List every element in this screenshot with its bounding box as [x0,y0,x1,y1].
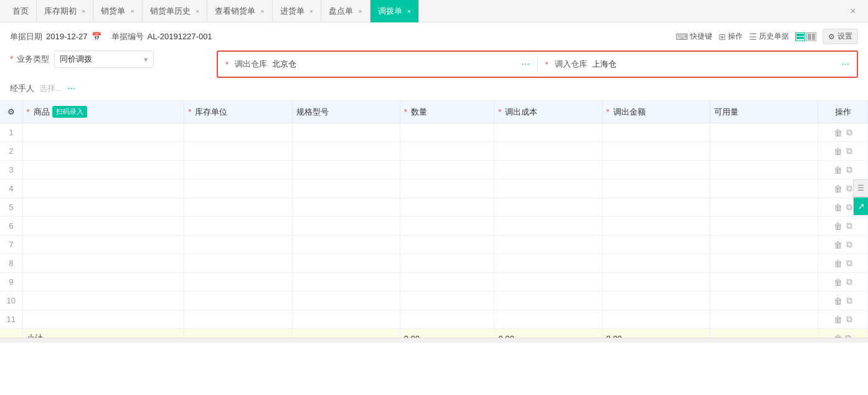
row-available-9[interactable] [710,273,818,292]
row-spec-6[interactable] [292,217,400,236]
row-available-7[interactable] [710,236,818,254]
right-panel-external-button[interactable]: ↗ [853,197,868,216]
row-delete-icon[interactable]: 🗑 [834,184,842,194]
row-qty-1[interactable] [400,123,494,142]
row-product-4[interactable] [22,179,184,198]
tab-purchase-order[interactable]: 进货单 × [273,0,321,22]
tab-inventory-check-close[interactable]: × [358,7,362,15]
operation-button[interactable]: ⊞ 操作 [719,31,743,42]
tab-inventory-init-close[interactable]: × [82,7,85,15]
row-available-3[interactable] [710,161,818,179]
row-copy-icon[interactable]: ⧉ [846,183,852,194]
row-amount-9[interactable] [602,273,710,292]
tab-view-sales[interactable]: 查看销货单 × [207,0,272,22]
row-delete-icon[interactable]: 🗑 [834,277,842,287]
row-delete-icon[interactable]: 🗑 [834,315,842,325]
row-unit-8[interactable] [184,254,292,273]
row-unit-5[interactable] [184,198,292,217]
right-panel-list-button[interactable]: ☰ [853,179,868,197]
row-spec-9[interactable] [292,273,400,292]
row-qty-10[interactable] [400,292,494,310]
scroll-bar[interactable] [0,338,868,343]
row-delete-icon[interactable]: 🗑 [834,296,842,306]
handler-more-button[interactable]: ··· [67,83,75,94]
layout-btn-1[interactable] [795,32,805,41]
tab-inventory-check[interactable]: 盘点单 × [321,0,370,22]
handler-input[interactable]: 选择... [39,83,62,94]
biz-type-dropdown[interactable]: 同价调拨 ▾ [54,50,154,68]
tab-transfer-order-close[interactable]: × [407,7,411,15]
row-qty-7[interactable] [400,236,494,254]
tab-purchase-order-close[interactable]: × [309,7,313,15]
tab-sales-order-close[interactable]: × [130,7,134,15]
row-unit-7[interactable] [184,236,292,254]
row-copy-icon[interactable]: ⧉ [846,202,852,212]
row-qty-11[interactable] [400,310,494,329]
row-product-3[interactable] [22,161,184,179]
row-unit-2[interactable] [184,142,292,161]
row-product-2[interactable] [22,142,184,161]
row-available-1[interactable] [710,123,818,142]
tab-inventory-init[interactable]: 库存期初 × [37,0,93,22]
row-available-4[interactable] [710,179,818,198]
row-amount-3[interactable] [602,161,710,179]
row-product-6[interactable] [22,217,184,236]
row-copy-icon[interactable]: ⧉ [846,314,852,325]
row-product-5[interactable] [22,198,184,217]
row-available-6[interactable] [710,217,818,236]
shortcut-button[interactable]: ⌨ 快捷键 [676,31,712,42]
row-spec-2[interactable] [292,142,400,161]
row-amount-8[interactable] [602,254,710,273]
row-product-1[interactable] [22,123,184,142]
row-unit-10[interactable] [184,292,292,310]
row-qty-5[interactable] [400,198,494,217]
row-amount-4[interactable] [602,179,710,198]
row-unit-3[interactable] [184,161,292,179]
footer-delete-icon[interactable]: 🗑 [834,333,842,338]
row-copy-icon[interactable]: ⧉ [846,127,852,138]
window-close-button[interactable]: × [843,1,863,21]
row-copy-icon[interactable]: ⧉ [846,221,852,231]
row-cost-8[interactable] [494,254,602,273]
settings-button[interactable]: ⚙ 设置 [823,29,858,44]
footer-copy-icon[interactable]: ⧉ [845,333,851,338]
row-spec-1[interactable] [292,123,400,142]
tab-sales-history-close[interactable]: × [196,7,199,15]
row-delete-icon[interactable]: 🗑 [834,128,842,138]
row-qty-9[interactable] [400,273,494,292]
row-qty-4[interactable] [400,179,494,198]
row-qty-3[interactable] [400,161,494,179]
row-amount-1[interactable] [602,123,710,142]
row-copy-icon[interactable]: ⧉ [846,146,852,156]
row-amount-11[interactable] [602,310,710,329]
row-product-8[interactable] [22,254,184,273]
row-copy-icon[interactable]: ⧉ [846,277,852,287]
row-delete-icon[interactable]: 🗑 [834,165,842,175]
row-product-9[interactable] [22,273,184,292]
row-spec-7[interactable] [292,236,400,254]
row-unit-6[interactable] [184,217,292,236]
row-available-10[interactable] [710,292,818,310]
row-available-2[interactable] [710,142,818,161]
row-amount-6[interactable] [602,217,710,236]
row-amount-2[interactable] [602,142,710,161]
row-delete-icon[interactable]: 🗑 [834,259,842,269]
row-cost-1[interactable] [494,123,602,142]
layout-btn-2[interactable] [806,32,816,41]
tab-view-sales-close[interactable]: × [260,7,264,15]
row-qty-2[interactable] [400,142,494,161]
row-spec-4[interactable] [292,179,400,198]
row-product-7[interactable] [22,236,184,254]
tab-transfer-order[interactable]: 调拨单 × [370,0,419,22]
row-unit-9[interactable] [184,273,292,292]
row-spec-5[interactable] [292,198,400,217]
row-delete-icon[interactable]: 🗑 [834,221,842,231]
row-available-5[interactable] [710,198,818,217]
row-unit-1[interactable] [184,123,292,142]
row-cost-5[interactable] [494,198,602,217]
row-cost-4[interactable] [494,179,602,198]
row-spec-11[interactable] [292,310,400,329]
row-amount-7[interactable] [602,236,710,254]
row-copy-icon[interactable]: ⧉ [846,164,852,175]
row-cost-2[interactable] [494,142,602,161]
